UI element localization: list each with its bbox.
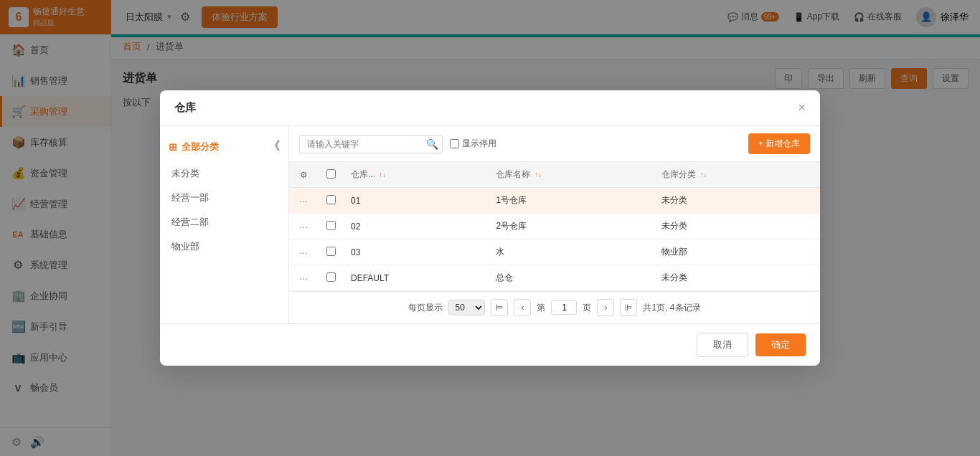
- col-checkbox: [318, 162, 344, 188]
- total-info: 共1页, 4条记录: [643, 302, 700, 314]
- select-all-checkbox[interactable]: [326, 169, 336, 179]
- row-checkbox-cell: [318, 214, 344, 239]
- page-number-input[interactable]: [551, 300, 577, 315]
- page-first-button[interactable]: ⊨: [491, 299, 508, 316]
- row-code: DEFAULT: [344, 265, 489, 291]
- warehouse-modal: 仓库 × ⊞ 全部分类 《 未分类 经营一部 经营二部 物业部: [160, 90, 820, 366]
- row-code: 03: [344, 239, 489, 265]
- col-name[interactable]: 仓库名称 ↑↓: [489, 162, 654, 188]
- modal-body: ⊞ 全部分类 《 未分类 经营一部 经营二部 物业部 🔍: [160, 126, 820, 323]
- search-icon[interactable]: 🔍: [426, 138, 438, 150]
- row-code: 01: [344, 188, 489, 214]
- row-settings: ···: [289, 265, 318, 291]
- row-settings: ···: [289, 214, 318, 239]
- row-name: 2号仓库: [489, 214, 654, 239]
- add-warehouse-button[interactable]: + 新增仓库: [748, 133, 810, 154]
- row-code: 02: [344, 214, 489, 239]
- page-prev-button[interactable]: ‹: [514, 299, 531, 316]
- pagination-bar: 每页显示 102050100 ⊨ ‹ 第 页 › ⊫ 共1页, 4条记录: [289, 291, 820, 323]
- row-category: 未分类: [654, 265, 820, 291]
- modal-header: 仓库 ×: [160, 90, 820, 126]
- tree-item-operation1[interactable]: 经营一部: [160, 186, 288, 210]
- row-dots[interactable]: ···: [299, 272, 308, 284]
- tree-item-property[interactable]: 物业部: [160, 234, 288, 259]
- page-unit: 页: [583, 302, 591, 314]
- row-checkbox[interactable]: [326, 221, 336, 230]
- page-label: 第: [537, 302, 545, 314]
- table-row[interactable]: ··· DEFAULT 总仓 未分类: [289, 265, 820, 291]
- row-checkbox[interactable]: [326, 247, 336, 256]
- table-row[interactable]: ··· 02 2号仓库 未分类: [289, 214, 820, 239]
- table-header-row: ⚙ 仓库... ↑↓ 仓库名称 ↑↓: [289, 162, 820, 188]
- row-checkbox[interactable]: [326, 195, 336, 204]
- modal-close-button[interactable]: ×: [798, 100, 806, 115]
- row-checkbox-cell: [318, 239, 344, 265]
- table-row[interactable]: ··· 03 水 物业部: [289, 239, 820, 265]
- table-row[interactable]: ··· 01 1号仓库 未分类: [289, 188, 820, 214]
- row-name: 水: [489, 239, 654, 265]
- tree-collapse-button[interactable]: 《: [268, 139, 280, 154]
- modal-footer: 取消 确定: [160, 323, 820, 366]
- row-checkbox[interactable]: [326, 272, 336, 282]
- col-name-label: 仓库名称: [496, 169, 530, 179]
- show-disabled-checkbox[interactable]: [450, 139, 459, 148]
- grid-icon: ⊞: [169, 141, 177, 153]
- table-content-panel: 🔍 显示停用 + 新增仓库 ⚙: [289, 126, 820, 323]
- cancel-button[interactable]: 取消: [697, 333, 748, 357]
- show-disabled-checkbox-label[interactable]: 显示停用: [450, 138, 496, 150]
- row-checkbox-cell: [318, 265, 344, 291]
- col-settings[interactable]: ⚙: [289, 162, 318, 188]
- row-name: 1号仓库: [489, 188, 654, 214]
- modal-title: 仓库: [174, 101, 196, 115]
- page-size-label: 每页显示: [408, 302, 443, 314]
- row-name: 总仓: [489, 265, 654, 291]
- confirm-button[interactable]: 确定: [755, 333, 806, 356]
- row-category: 物业部: [654, 239, 820, 265]
- table-toolbar: 🔍 显示停用 + 新增仓库: [289, 126, 820, 162]
- tree-item-unclassified[interactable]: 未分类: [160, 161, 288, 186]
- row-checkbox-cell: [318, 188, 344, 214]
- tree-header: ⊞ 全部分类 《: [160, 135, 288, 161]
- page-last-button[interactable]: ⊫: [620, 299, 637, 316]
- col-category-label: 仓库分类: [661, 169, 696, 179]
- row-dots[interactable]: ···: [299, 221, 308, 232]
- tree-item-operation2[interactable]: 经营二部: [160, 210, 288, 234]
- col-code-label: 仓库...: [351, 169, 375, 179]
- col-name-sort-icon: ↑↓: [534, 171, 542, 179]
- warehouse-table: ⚙ 仓库... ↑↓ 仓库名称 ↑↓: [289, 162, 820, 291]
- modal-overlay: 仓库 × ⊞ 全部分类 《 未分类 经营一部 经营二部 物业部: [0, 0, 980, 456]
- row-category: 未分类: [654, 214, 820, 239]
- category-tree-panel: ⊞ 全部分类 《 未分类 经营一部 经营二部 物业部: [160, 126, 289, 323]
- page-size-select[interactable]: 102050100: [448, 300, 485, 315]
- search-wrap: 🔍: [299, 135, 443, 153]
- row-dots[interactable]: ···: [299, 247, 308, 258]
- tree-root-label[interactable]: 全部分类: [182, 141, 219, 153]
- row-category: 未分类: [654, 188, 820, 214]
- row-settings: ···: [289, 188, 318, 214]
- col-code-sort-icon: ↑↓: [379, 171, 386, 179]
- row-settings: ···: [289, 239, 318, 265]
- col-category-sort-icon: ↑↓: [700, 171, 707, 179]
- col-code[interactable]: 仓库... ↑↓: [344, 162, 489, 188]
- search-input[interactable]: [299, 135, 443, 153]
- row-dots[interactable]: ···: [299, 195, 308, 206]
- page-next-button[interactable]: ›: [597, 299, 614, 316]
- col-category[interactable]: 仓库分类 ↑↓: [654, 162, 820, 188]
